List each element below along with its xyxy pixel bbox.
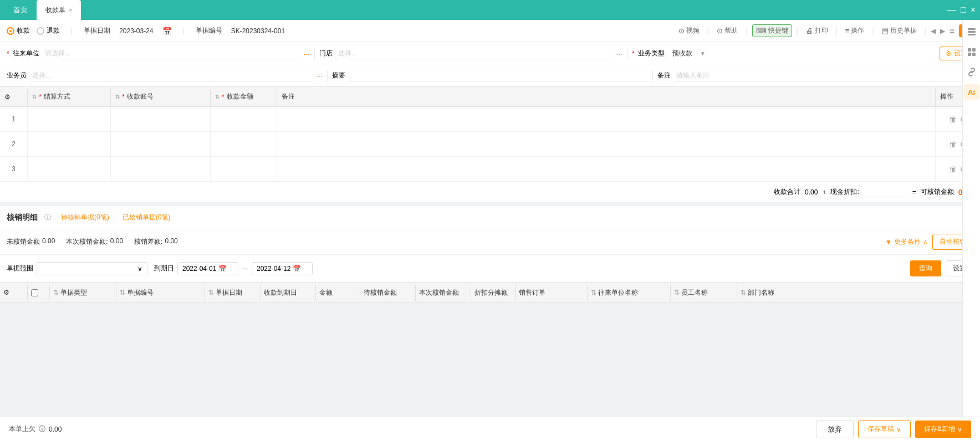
radio-receipt[interactable]: 收款 — [7, 26, 30, 35]
btcol-dept: ⇅ 部门名称 — [737, 285, 804, 301]
query-button[interactable]: 查询 — [910, 260, 941, 276]
sidebar-link-icon[interactable] — [964, 64, 979, 80]
date-from-input[interactable]: 2022-04-01 📅 — [177, 262, 238, 275]
row2-account[interactable] — [111, 132, 211, 156]
number-label: 单据编号 — [196, 26, 222, 35]
row1-delete-icon[interactable]: 🗑 — [949, 115, 957, 124]
select-all-checkbox[interactable] — [31, 289, 38, 296]
tab-home[interactable]: 首页 — [4, 0, 37, 20]
col-payment-header: ⇅ * 结算方式 — [28, 88, 111, 106]
nav-left-icon[interactable]: ◀ — [931, 27, 936, 35]
ai-label: Ai — [968, 88, 975, 96]
summary-label: 摘要 — [332, 71, 345, 80]
due-date-label: 到期日 — [154, 264, 174, 273]
print-icon: 🖨 — [806, 27, 813, 35]
operations-btn[interactable]: ≡ 操作 — [842, 25, 868, 37]
row1-payment[interactable] — [28, 107, 111, 131]
abandon-button[interactable]: 放弃 — [816, 421, 854, 438]
sidebar-list-icon[interactable] — [964, 44, 979, 60]
tab-close-icon[interactable]: × — [69, 7, 72, 13]
tab-receipt[interactable]: 收款单 × — [37, 0, 81, 20]
field-sep4 — [652, 70, 653, 81]
nav-right-icon[interactable]: ▶ — [940, 27, 945, 35]
page-footer: 本单上欠 ⓘ 0.00 放弃 保存草稿 ∨ 保存&新增 ∨ — [0, 417, 980, 441]
pending-tab[interactable]: 待核销单据(0笔) — [58, 212, 113, 223]
video-icon: ⊙ — [678, 27, 685, 35]
range-label: 单据范围 — [7, 264, 33, 273]
row1-account[interactable] — [111, 107, 211, 131]
unverified-value: 0.00 — [42, 237, 55, 247]
col-remark-header: 备注 — [277, 88, 936, 106]
more-conditions-btn[interactable]: ▼ 更多条件 ∧ — [885, 237, 928, 247]
staff-input[interactable] — [30, 70, 313, 81]
print-btn[interactable]: 🖨 打印 — [803, 25, 831, 37]
done-tab[interactable]: 已核销单据(0笔) — [119, 212, 174, 223]
video-label: 视频 — [686, 26, 700, 35]
discount-input[interactable] — [864, 187, 908, 197]
btcol-settings[interactable]: ⚙ — [0, 285, 28, 300]
btcol-date-label: 单据日期 — [216, 288, 242, 298]
date-dash: — — [242, 265, 248, 273]
sep4: | — [746, 27, 747, 35]
remark-input[interactable] — [674, 70, 973, 81]
hex-info-icon[interactable]: ⓘ — [44, 213, 51, 222]
row2-payment[interactable] — [28, 132, 111, 156]
radio-receipt-label: 收款 — [17, 26, 30, 35]
help-btn[interactable]: ⊙ 帮助 — [713, 25, 741, 37]
carry-over-info-icon[interactable]: ⓘ — [39, 424, 45, 434]
row3-account[interactable] — [111, 157, 211, 181]
video-btn[interactable]: ⊙ 视频 — [675, 25, 703, 37]
operations-label: 操作 — [851, 26, 864, 35]
radio-refund[interactable]: 退款 — [37, 26, 60, 35]
summary-input[interactable] — [349, 70, 648, 81]
range-select[interactable]: ∨ — [37, 262, 147, 275]
store-more-icon[interactable]: ··· — [616, 49, 622, 58]
row3-amount[interactable] — [211, 157, 277, 181]
row1-remark[interactable] — [277, 107, 936, 131]
counterpart-input[interactable] — [43, 48, 300, 59]
save-new-button[interactable]: 保存&新增 ∨ — [915, 421, 971, 438]
date-value[interactable]: 2023-03-24 — [119, 27, 153, 35]
plus-sign: + — [822, 188, 826, 196]
history-icon: ▤ — [882, 27, 889, 35]
toolbar-right: ⊙ 视频 | ⊙ 帮助 | ⌨ 快捷键 | 🖨 打印 | ≡ 操作 — [675, 24, 973, 37]
counterpart-label: 往来单位 — [13, 49, 39, 58]
grid-view-icon[interactable]: ≡ — [950, 26, 955, 36]
business-type-value: 预收款 — [668, 49, 697, 58]
window-close-icon[interactable]: × — [971, 5, 976, 15]
row2-delete-icon[interactable]: 🗑 — [949, 140, 957, 148]
tab-bar: 首页 收款单 × — □ × — [0, 0, 980, 20]
row3-delete-icon[interactable]: 🗑 — [949, 165, 957, 173]
tab-receipt-label: 收款单 — [45, 6, 65, 15]
row2-remark[interactable] — [277, 132, 936, 156]
btcol-sales-order: 销售订单 — [515, 285, 588, 301]
maximize-icon[interactable]: □ — [961, 5, 966, 15]
shortcuts-btn[interactable]: ⌨ 快捷键 — [752, 24, 792, 37]
btcol-staff: ⇅ 员工名称 — [671, 285, 737, 301]
btcol-type: ⇅ 单据类型 — [50, 285, 116, 301]
calendar-icon[interactable]: 📅 — [162, 27, 172, 35]
counterpart-more-icon[interactable]: ··· — [303, 49, 310, 58]
equals-sign: = — [912, 188, 916, 196]
store-input[interactable] — [336, 48, 612, 59]
row1-amount[interactable] — [211, 107, 277, 131]
col-account-header: ⇅ * 收款账号 — [111, 88, 211, 106]
col-settings-header[interactable]: ⚙ — [0, 89, 28, 105]
business-type-arrow[interactable]: ▼ — [700, 50, 706, 57]
history-btn[interactable]: ▤ 历史单据 — [879, 25, 920, 37]
sidebar-table-icon[interactable] — [964, 24, 979, 40]
date-to-input[interactable]: 2022-04-12 📅 — [252, 262, 313, 275]
row2-amount[interactable] — [211, 132, 277, 156]
keyboard-icon: ⌨ — [756, 27, 767, 35]
date-from-value: 2022-04-01 — [182, 265, 216, 273]
btcol-checkbox[interactable] — [28, 286, 50, 300]
sort-number-icon: ⇅ — [120, 289, 125, 296]
svg-rect-4 — [972, 48, 976, 52]
save-draft-button[interactable]: 保存草稿 ∨ — [858, 421, 911, 438]
row3-payment[interactable] — [28, 157, 111, 181]
counterpart-field: * 往来单位 ··· — [7, 48, 310, 59]
minimize-icon[interactable]: — — [947, 5, 956, 15]
sidebar-ai-icon[interactable]: Ai — [964, 84, 979, 100]
staff-more-icon[interactable]: ··· — [316, 71, 323, 80]
row3-remark[interactable] — [277, 157, 936, 181]
